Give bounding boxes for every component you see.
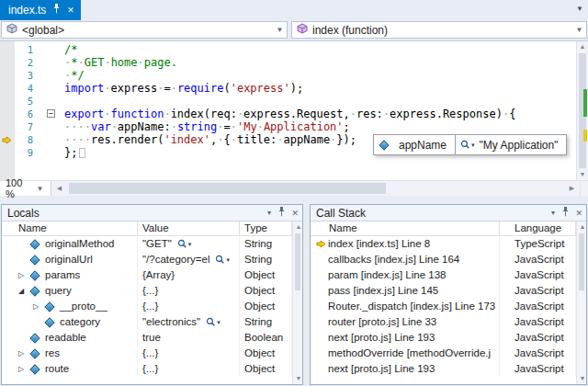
code-line[interactable]: 6−export·function·index(req:·express.Req…	[15, 108, 515, 120]
code-line[interactable]: 3·*/	[15, 69, 515, 82]
close-icon[interactable]: ✕	[291, 209, 299, 218]
variable-type: String	[240, 314, 292, 330]
fold-collapse-icon[interactable]: −	[42, 108, 57, 120]
locals-row[interactable]: ▷__proto__{...}Object	[2, 299, 292, 314]
locals-row[interactable]: originalMethod"GET"▾String	[2, 236, 292, 252]
member-dropdown-value: index (function)	[312, 24, 568, 37]
scrollbar-thumb[interactable]	[579, 233, 584, 290]
expand-icon[interactable]: ▷	[18, 361, 29, 377]
frame-language: TypeScript	[500, 236, 576, 252]
code-line[interactable]: 7····var·appName:·string·=·'My·Applicati…	[15, 120, 515, 133]
code-text: ····res.render('index',·{·title:·appName…	[57, 133, 356, 146]
pin-icon[interactable]	[561, 207, 570, 220]
column-header-language[interactable]: Language	[500, 221, 576, 235]
magnifier-icon[interactable]: ▾	[177, 236, 192, 252]
scroll-up-icon[interactable]: ▲	[577, 41, 588, 52]
zoom-dropdown[interactable]: 100 % ▼	[0, 181, 51, 196]
window-position-icon[interactable]: ▼	[550, 210, 557, 216]
callstack-grid-header: Name Language	[311, 221, 576, 236]
callstack-vertical-scrollbar[interactable]: ▲ ▼	[576, 221, 586, 384]
window-position-icon[interactable]: ▼	[266, 210, 273, 216]
callstack-title-bar[interactable]: Call Stack ▼ ✕	[311, 205, 586, 221]
pin-icon[interactable]	[277, 207, 286, 220]
scroll-down-icon[interactable]: ▼	[577, 169, 588, 180]
horizontal-scrollbar[interactable]	[67, 181, 564, 196]
scroll-right-icon[interactable]: ▶	[564, 181, 580, 196]
callstack-row[interactable]: pass [index.js] Line 145JavaScript	[311, 283, 576, 299]
variable-name: __proto__	[60, 299, 107, 314]
callstack-row[interactable]: param [index.js] Line 138JavaScript	[311, 267, 576, 283]
datatip-variable-name: appName	[399, 139, 447, 152]
scroll-up-icon[interactable]: ▲	[577, 221, 588, 233]
breakpoint-margin[interactable]	[0, 41, 15, 180]
expand-icon[interactable]: ▷	[33, 299, 44, 314]
variable-type: String	[240, 236, 292, 252]
locals-row[interactable]: ▷route{...}Object	[2, 361, 292, 377]
locals-vertical-scrollbar[interactable]: ▲ ▼	[292, 221, 302, 384]
member-dropdown[interactable]: index (function) ▼	[291, 21, 587, 39]
frame-language: JavaScript	[500, 252, 576, 267]
magnifier-icon[interactable]: ▾	[206, 314, 220, 330]
locals-row[interactable]: category"electronics"▾String	[2, 314, 292, 330]
callstack-row[interactable]: Router._dispatch [index.js] Line 173Java…	[311, 299, 576, 314]
collapse-icon[interactable]: ◢	[18, 283, 29, 299]
locals-title-bar[interactable]: Locals ▼ ✕	[2, 205, 302, 221]
chevron-down-icon[interactable]: ▼	[572, 26, 586, 34]
callstack-row[interactable]: methodOverride [methodOverride.jJavaScri…	[311, 346, 576, 361]
code-line[interactable]: 4import·express·=·require('express');	[15, 82, 515, 95]
whitespace-dot: ·	[350, 108, 356, 120]
close-icon[interactable]: ✕	[67, 6, 74, 15]
whitespace-dot: ·	[104, 82, 110, 95]
locals-row[interactable]: originalUrl"/?category=el▾String	[2, 252, 292, 267]
magnifier-icon[interactable]: ▾	[215, 252, 230, 267]
pin-icon[interactable]	[52, 4, 61, 17]
caret-box	[79, 148, 85, 158]
code-line[interactable]: 1/*	[15, 43, 515, 56]
frame-name: next [proto.js] Line 193	[328, 330, 435, 346]
scrollbar-thumb[interactable]	[69, 183, 386, 194]
datatip-value[interactable]: ▾ "My Application"	[456, 134, 567, 155]
locals-row[interactable]: readabletrueBoolean	[2, 330, 292, 346]
callstack-row[interactable]: next [proto.js] Line 193JavaScript	[311, 330, 576, 346]
locals-row[interactable]: ◢query{...}Object	[2, 283, 292, 299]
line-number: 6	[15, 108, 42, 120]
variable-type: Object	[240, 346, 292, 361]
datatip-variable[interactable]: appName	[373, 134, 456, 155]
chevron-down-icon[interactable]: ▼	[33, 185, 47, 193]
tab-title: index.ts	[8, 4, 46, 17]
code-editor[interactable]: 1/*2·*·GET·home·page.3·*/4import·express…	[0, 41, 588, 180]
column-header-name[interactable]: Name	[311, 221, 500, 235]
callstack-row[interactable]: router [proto.js] Line 33JavaScript	[311, 314, 576, 330]
code-line[interactable]: 5	[15, 95, 515, 108]
line-number: 8	[15, 133, 42, 146]
scroll-left-icon[interactable]: ◀	[51, 181, 67, 196]
panel-title: Locals	[7, 207, 40, 220]
expand-icon[interactable]: ▷	[18, 267, 29, 283]
scroll-up-icon[interactable]: ▲	[293, 221, 304, 233]
callstack-row[interactable]: index [index.ts] Line 8TypeScript	[311, 236, 576, 252]
locals-row[interactable]: ▷params{Array}Object	[2, 267, 292, 283]
whitespace-dot: ·	[77, 56, 84, 69]
editor-vertical-scrollbar[interactable]: ▲ ▼	[576, 41, 588, 180]
callstack-row[interactable]: callbacks [index.js] Line 164JavaScript	[311, 252, 576, 267]
code-line[interactable]: 2·*·GET·home·page.	[15, 56, 515, 69]
locals-row[interactable]: ▷res{...}Object	[2, 346, 292, 361]
scroll-down-icon[interactable]: ▼	[293, 373, 304, 384]
scope-dropdown[interactable]: <global> ▼	[1, 21, 288, 39]
scrollbar-thumb[interactable]	[295, 233, 300, 290]
scroll-down-icon[interactable]: ▼	[577, 373, 588, 384]
close-icon[interactable]: ✕	[575, 209, 582, 218]
expand-icon[interactable]: ▷	[18, 346, 29, 361]
tab-index-ts[interactable]: index.ts ✕	[0, 0, 81, 20]
column-header-type[interactable]: Type	[240, 221, 292, 235]
column-header-name[interactable]: Name	[2, 221, 138, 235]
variable-icon	[29, 286, 40, 296]
scrollbar-corner	[580, 181, 588, 196]
magnifier-icon[interactable]: ▾	[460, 140, 475, 150]
chevron-down-icon[interactable]: ▼	[273, 26, 287, 34]
column-header-value[interactable]: Value	[138, 221, 240, 235]
code-text: /*	[57, 43, 77, 56]
fold-margin	[42, 56, 57, 69]
document-list-chevron-icon[interactable]: ▼	[576, 5, 583, 13]
callstack-row[interactable]: next [proto.js] Line 193JavaScript	[311, 361, 576, 377]
